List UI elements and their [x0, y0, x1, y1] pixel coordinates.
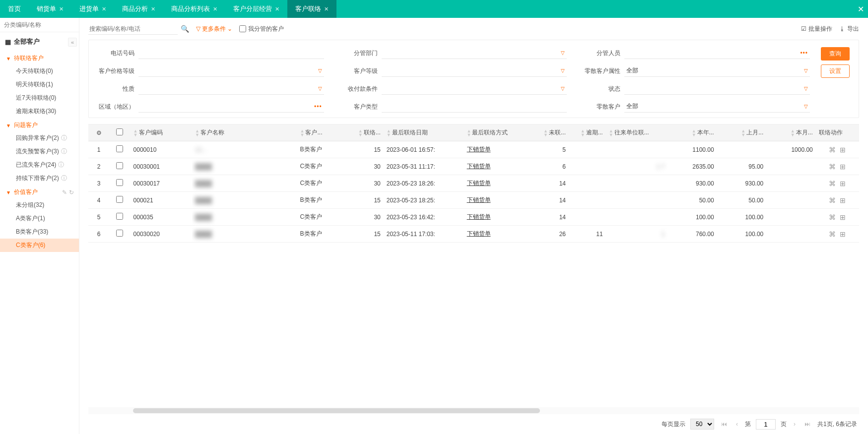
wechat-icon[interactable]: ⌘: [829, 146, 836, 154]
tab-商品分析列表[interactable]: 商品分析列表✕: [163, 0, 225, 18]
main-search-input[interactable]: [88, 23, 178, 35]
edit-icon[interactable]: ✎: [62, 189, 67, 196]
sidebar-item[interactable]: 近7天待联络(0): [0, 91, 79, 105]
row-checkbox[interactable]: [116, 162, 123, 169]
filter-input[interactable]: ▽: [138, 65, 324, 77]
wechat-icon[interactable]: ⌘: [829, 180, 836, 187]
sidebar-item[interactable]: A类客户(1): [0, 212, 79, 225]
prev-page-button[interactable]: ‹: [734, 421, 740, 428]
table-row[interactable]: 600030020████B类客户152023-05-11 17:03:下销货单…: [88, 226, 859, 243]
column-header-this_month[interactable]: ▲▼本月...: [766, 124, 816, 141]
select-all-checkbox[interactable]: [116, 128, 123, 135]
table-row[interactable]: 300030017████C类客户302023-05-23 18:26:下销货单…: [88, 175, 859, 192]
column-header-overdue[interactable]: ▲▼逾期...: [569, 124, 606, 141]
sidebar-group[interactable]: ▾问题客户: [0, 118, 79, 131]
row-checkbox[interactable]: [116, 179, 123, 186]
column-header-name[interactable]: ▲▼客户名称: [192, 124, 297, 141]
column-header-last_date[interactable]: ▲▼最后联络日期: [384, 124, 464, 141]
tab-首页[interactable]: 首页: [0, 0, 29, 18]
search-icon[interactable]: 🔍: [181, 25, 189, 33]
tab-商品分析[interactable]: 商品分析✕: [114, 0, 163, 18]
filter-input[interactable]: •••: [138, 101, 324, 113]
filter-input[interactable]: [138, 47, 324, 59]
close-icon[interactable]: ✕: [59, 6, 64, 12]
filter-input[interactable]: 全部▽: [624, 65, 810, 77]
last-method-link[interactable]: 下销货单: [467, 180, 491, 186]
grid-icon[interactable]: ⊞: [840, 213, 846, 221]
row-checkbox[interactable]: [116, 145, 123, 152]
more-icon[interactable]: •••: [314, 103, 322, 110]
wechat-icon[interactable]: ⌘: [829, 230, 836, 238]
column-header-this_year[interactable]: ▲▼本年...: [668, 124, 717, 141]
next-page-button[interactable]: ›: [792, 421, 798, 428]
filter-input[interactable]: ▽: [382, 47, 567, 59]
more-conditions-toggle[interactable]: ▽ 更多条件 ⌄: [196, 25, 232, 33]
grid-icon[interactable]: ⊞: [840, 230, 846, 238]
column-header-chk[interactable]: [109, 124, 130, 141]
sidebar-collapse-icon[interactable]: «: [68, 38, 77, 47]
column-header-last_month[interactable]: ▲▼上月...: [717, 124, 767, 141]
column-header-actions[interactable]: 联络动作: [816, 124, 859, 141]
horizontal-scrollbar[interactable]: [88, 407, 859, 414]
sidebar-item[interactable]: B类客户(33): [0, 225, 79, 239]
sidebar-item[interactable]: 未分组(32): [0, 198, 79, 212]
first-page-button[interactable]: ⏮: [719, 421, 729, 428]
gear-icon[interactable]: ⚙: [96, 129, 102, 136]
filter-input[interactable]: [382, 101, 567, 113]
tab-客户联络[interactable]: 客户联络✕: [287, 0, 336, 18]
sidebar-item[interactable]: C类客户(6): [0, 239, 79, 252]
last-method-link[interactable]: 下销货单: [467, 196, 491, 203]
sidebar-group[interactable]: ▾待联络客户: [0, 51, 79, 64]
sidebar-all-customers[interactable]: ▦ 全部客户: [0, 32, 79, 51]
query-button[interactable]: 查询: [821, 47, 850, 61]
last-method-link[interactable]: 下销货单: [467, 146, 491, 153]
sidebar-search-input[interactable]: [4, 21, 78, 28]
grid-icon[interactable]: ⊞: [840, 163, 846, 171]
grid-icon[interactable]: ⊞: [840, 146, 846, 154]
row-checkbox[interactable]: [116, 196, 123, 203]
search-icon[interactable]: 🔍: [78, 21, 79, 29]
row-checkbox[interactable]: [116, 213, 123, 220]
more-icon[interactable]: •••: [800, 50, 808, 57]
settings-button[interactable]: 设置: [821, 64, 850, 78]
close-icon[interactable]: ✕: [102, 6, 106, 12]
help-icon[interactable]: ⓘ: [61, 134, 67, 142]
table-row[interactable]: 5000035████C类客户302023-05-23 16:42:下销货单14…: [88, 209, 859, 226]
filter-input[interactable]: •••: [624, 47, 810, 59]
close-icon[interactable]: ✕: [151, 6, 155, 12]
my-customers-input[interactable]: [239, 25, 246, 32]
column-header-no_contact[interactable]: ▲▼未联...: [526, 124, 569, 141]
sidebar-item[interactable]: 明天待联络(1): [0, 78, 79, 91]
last-method-link[interactable]: 下销货单: [467, 213, 491, 220]
column-header-code[interactable]: ▲▼客户编码: [131, 124, 192, 141]
grid-icon[interactable]: ⊞: [840, 196, 846, 204]
tab-进货单[interactable]: 进货单✕: [71, 0, 114, 18]
column-header-unit[interactable]: ▲▼往来单位联...: [606, 124, 668, 141]
sidebar-item[interactable]: 回购异常客户(2)ⓘ: [0, 131, 79, 145]
help-icon[interactable]: ⓘ: [61, 147, 67, 156]
last-method-link[interactable]: 下销货单: [467, 230, 491, 237]
tab-客户分层经营[interactable]: 客户分层经营✕: [225, 0, 287, 18]
wechat-icon[interactable]: ⌘: [829, 196, 836, 204]
sidebar-item[interactable]: 流失预警客户(3)ⓘ: [0, 145, 79, 158]
filter-input[interactable]: ▽: [138, 83, 324, 95]
sidebar-item[interactable]: 已流失客户(24)ⓘ: [0, 158, 79, 172]
table-row[interactable]: 4000021████B类客户152023-05-23 18:25:下销货单14…: [88, 192, 859, 209]
my-customers-checkbox[interactable]: 我分管的客户: [239, 25, 284, 33]
close-icon[interactable]: ✕: [324, 6, 329, 12]
last-method-link[interactable]: 下销货单: [467, 163, 491, 170]
tabbar-close-icon[interactable]: ✕: [858, 0, 864, 18]
wechat-icon[interactable]: ⌘: [829, 213, 836, 221]
filter-input[interactable]: ▽: [382, 83, 567, 95]
close-icon[interactable]: ✕: [275, 6, 279, 12]
sidebar-item[interactable]: 今天待联络(0): [0, 64, 79, 78]
column-header-cat[interactable]: ▲▼客户...: [297, 124, 340, 141]
filter-input[interactable]: ▽: [624, 83, 810, 95]
column-header-contact[interactable]: ▲▼联络...: [340, 124, 384, 141]
filter-input[interactable]: 全部▽: [624, 101, 810, 113]
per-page-select[interactable]: 50: [690, 419, 714, 430]
table-row[interactable]: 200030001████C类客户302023-05-31 11:17:下销货单…: [88, 158, 859, 175]
grid-icon[interactable]: ⊞: [840, 180, 846, 187]
close-icon[interactable]: ✕: [213, 6, 217, 12]
column-header-gear[interactable]: ⚙: [88, 124, 109, 141]
